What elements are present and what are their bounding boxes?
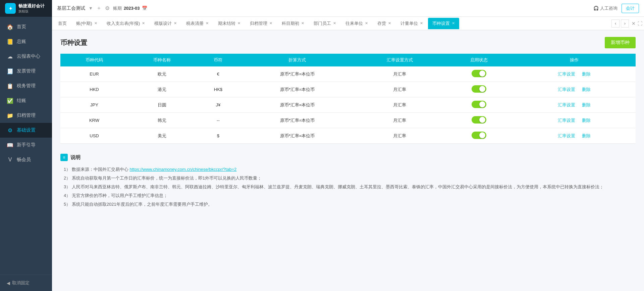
sidebar-item-tax[interactable]: 📋税务管理 (0, 79, 52, 93)
tab-close-archive[interactable]: ✕ (269, 21, 272, 26)
topbar: 基层工会测试 ▼ ＋ ⚙ 账期 2023-03 📅 🎧 人工咨询 会计 (52, 0, 644, 17)
nav-label-report: 云报表中心 (17, 53, 40, 59)
tab-tax[interactable]: 税表清册✕ (182, 18, 213, 29)
help-button[interactable]: 🎧 人工咨询 (593, 5, 618, 11)
note-link[interactable]: https://www.chinamoney.com.cn/chinese/bk… (129, 167, 236, 172)
currency-symbol: $ (196, 128, 240, 144)
tab-close-currency[interactable]: ✕ (452, 21, 455, 26)
tab-close-period[interactable]: ✕ (237, 21, 240, 26)
row-actions: 汇率设置 删除 (513, 66, 636, 82)
calc-method: 原币*汇率=本位币 (240, 82, 354, 97)
toggle-thumb (479, 70, 485, 77)
currency-symbol: -- (196, 113, 240, 128)
tab-balance[interactable]: 账(中期)✕ (72, 18, 102, 29)
sidebar-item-invoice[interactable]: 🧾发票管理 (0, 64, 52, 79)
tab-label-partner: 往来单位 (345, 20, 363, 27)
enabled-toggle[interactable] (472, 132, 486, 139)
enabled-toggle[interactable] (472, 116, 486, 124)
page-content: 币种设置 新增币种 币种代码币种名称币符折算方式汇率设置方式启用状态操作 EUR… (52, 30, 644, 291)
sidebar-item-close[interactable]: ✅结账 (0, 93, 52, 108)
tab-template[interactable]: 模版设计✕ (150, 18, 181, 29)
enabled-toggle[interactable] (472, 101, 486, 108)
nav-label-home: 首页 (17, 24, 26, 30)
tab-label-income: 收入支出表(年报) (107, 20, 140, 27)
note-item: 3） 人民币对马来西亚林吉特、俄罗斯卢布、南非兰特、韩元、阿联酋迪拉姆、沙特里亚… (64, 183, 636, 191)
tab-label-home: 首页 (58, 20, 67, 27)
delete-link[interactable]: 删除 (582, 133, 591, 138)
nav-label-tax: 税务管理 (17, 83, 36, 89)
tab-close-unit[interactable]: ✕ (420, 21, 423, 26)
currency-symbol: J¥ (196, 97, 240, 113)
tab-close-stock[interactable]: ✕ (388, 21, 391, 26)
tab-stock[interactable]: 存货✕ (373, 18, 395, 29)
company-dropdown[interactable]: ▼ (89, 6, 93, 11)
sidebar-item-report[interactable]: ☁云报表中心 (0, 49, 52, 64)
sidebar: ✦ 畅捷通好会计 旗舰版 🏠首页📒总账☁云报表中心🧾发票管理📋税务管理✅结账📁归… (0, 0, 52, 291)
nav-label-settings: 基础设置 (17, 127, 36, 133)
new-currency-btn[interactable]: 新增币种 (605, 37, 636, 48)
tab-archive[interactable]: 归档管理✕ (246, 18, 277, 29)
sidebar-item-home[interactable]: 🏠首页 (0, 19, 52, 34)
tab-prev-btn[interactable]: ‹ (611, 19, 620, 28)
rate-settings-link[interactable]: 汇率设置 (558, 87, 575, 92)
period-calendar-icon[interactable]: 📅 (142, 6, 147, 11)
enabled-toggle[interactable] (472, 70, 486, 77)
nav-label-close: 结账 (17, 98, 26, 104)
pin-toggle[interactable]: ◀ 取消固定 (0, 275, 52, 291)
enabled-status (445, 66, 513, 82)
tab-close-partner[interactable]: ✕ (365, 21, 368, 26)
currency-name: 美元 (128, 128, 196, 144)
tab-close-tax[interactable]: ✕ (206, 21, 209, 26)
tab-close-subject[interactable]: ✕ (301, 21, 304, 26)
account-button[interactable]: 会计 (622, 4, 639, 13)
note-item: 4） 无官方牌价的币种，可以用户手工维护汇率信息； (64, 191, 636, 200)
delete-link[interactable]: 删除 (582, 118, 591, 123)
table-row: USD美元$原币*汇率=本位币月汇率 汇率设置 删除 (60, 128, 636, 144)
close-all-tabs-btn[interactable]: ✕ (632, 21, 636, 26)
tab-unit[interactable]: 计量单位✕ (396, 18, 427, 29)
sidebar-item-newguide[interactable]: 📖新手引导 (0, 138, 52, 152)
currency-name: 欧元 (128, 66, 196, 82)
rate-settings-link[interactable]: 汇率设置 (558, 133, 575, 138)
tab-close-template[interactable]: ✕ (174, 21, 177, 26)
toggle-thumb (479, 101, 485, 107)
workspace-settings-btn[interactable]: ⚙ (105, 5, 110, 11)
tab-currency[interactable]: 币种设置✕ (428, 18, 459, 29)
tab-next-btn[interactable]: › (621, 19, 629, 28)
tab-close-income[interactable]: ✕ (142, 21, 145, 26)
enabled-status (445, 97, 513, 113)
sidebar-item-ledger[interactable]: 📒总账 (0, 34, 52, 49)
currency-code: EUR (60, 66, 128, 82)
rate-settings-link[interactable]: 汇率设置 (558, 118, 575, 123)
delete-link[interactable]: 删除 (582, 87, 591, 92)
toggle-track (472, 132, 486, 139)
tab-label-currency: 币种设置 (432, 20, 450, 27)
currency-table: 币种代码币种名称币符折算方式汇率设置方式启用状态操作 EUR欧元€原币*汇率=本… (60, 54, 636, 144)
tab-label-subject: 科目期初 (282, 20, 299, 27)
tab-dept[interactable]: 部门员工✕ (309, 18, 340, 29)
row-actions: 汇率设置 删除 (513, 97, 636, 113)
tab-income[interactable]: 收入支出表(年报)✕ (102, 18, 150, 29)
delete-link[interactable]: 删除 (582, 71, 591, 77)
currency-code: KRW (60, 113, 128, 128)
sidebar-item-archivemgr[interactable]: 📁归档管理 (0, 108, 52, 123)
pin-label: 取消固定 (12, 280, 30, 286)
rate-settings-link[interactable]: 汇率设置 (558, 71, 575, 77)
expand-btn[interactable]: ⛶ (638, 21, 642, 26)
sidebar-item-member[interactable]: V畅会员 (0, 152, 52, 167)
sidebar-item-settings[interactable]: ⚙基础设置 (0, 123, 52, 138)
tab-subject[interactable]: 科目期初✕ (277, 18, 309, 29)
add-workspace-btn[interactable]: ＋ (96, 5, 102, 12)
table-row: EUR欧元€原币*汇率=本位币月汇率 汇率设置 删除 (60, 66, 636, 82)
tab-period[interactable]: 期末结转✕ (214, 18, 245, 29)
tab-close-balance[interactable]: ✕ (94, 21, 97, 26)
nav-label-invoice: 发票管理 (17, 68, 36, 74)
enabled-toggle[interactable] (472, 85, 486, 93)
tab-close-dept[interactable]: ✕ (333, 21, 336, 26)
delete-link[interactable]: 删除 (582, 102, 591, 107)
nav-icon-archivemgr: 📁 (7, 112, 13, 119)
rate-settings-link[interactable]: 汇率设置 (558, 102, 575, 107)
help-label: 人工咨询 (600, 5, 618, 11)
tab-home[interactable]: 首页 (54, 18, 71, 29)
tab-partner[interactable]: 往来单位✕ (341, 18, 372, 29)
